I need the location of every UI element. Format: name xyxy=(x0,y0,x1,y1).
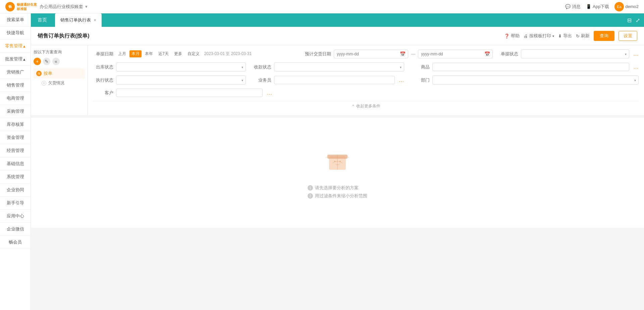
main-layout: 搜索菜单 快捷导航 零售管理 ▴ 批发管理 ▴ 营销推广 销售管理 电商管理 采… xyxy=(0,13,644,310)
exec-status-select[interactable] xyxy=(116,75,246,85)
refresh-button[interactable]: ↻ 刷新 xyxy=(576,33,590,39)
sidebar-item-operation[interactable]: 经营管理 xyxy=(0,144,31,157)
sidebar-item-basic[interactable]: 基础信息 xyxy=(0,157,31,170)
tab-minimize-icon[interactable]: ⊟ xyxy=(626,16,633,25)
sidebar-item-apps[interactable]: 应用中心 xyxy=(0,210,31,223)
receipt-status-select-wrapper: ▾ xyxy=(274,62,404,71)
expected-date-end-wrap: 📅 xyxy=(418,50,492,58)
plan-item-by-order[interactable]: 按 按单 xyxy=(34,68,85,79)
date-tab-last-month[interactable]: 上月 xyxy=(116,50,128,57)
message-button[interactable]: 💬 消息 xyxy=(565,4,581,10)
date-tab-custom[interactable]: 自定义 xyxy=(185,50,202,57)
nav-title-area: 办公用品行业模拟账套 ▾ xyxy=(40,4,88,10)
tab-home[interactable]: 首页 xyxy=(31,13,54,27)
sidebar-item-wechat[interactable]: 企业微信 xyxy=(0,223,31,236)
plan-item-shortage[interactable]: ○ 欠货情况 xyxy=(34,79,85,88)
dept-field: 部门 ▾ xyxy=(410,75,639,85)
customer-label: 客户 xyxy=(93,90,113,96)
date-range-text: 2023-03-01 至 2023-03-31 xyxy=(204,51,252,57)
expected-date-start-wrap: 📅 xyxy=(334,50,408,58)
sidebar-item-enterprise[interactable]: 企业协同 xyxy=(0,184,31,197)
sidebar-item-search[interactable]: 搜索菜单 xyxy=(0,13,31,27)
svg-point-3 xyxy=(334,161,335,162)
help-button[interactable]: ❓ 帮助 xyxy=(504,33,520,39)
salesman-input[interactable] xyxy=(274,76,394,84)
empty-tips: 1 请先选择要分析的方案 2 用过滤条件来缩小分析范围 xyxy=(308,185,367,201)
sidebar-item-member[interactable]: 畅会员 xyxy=(0,236,31,249)
sidebar-item-retail[interactable]: 零售管理 ▴ xyxy=(0,40,31,53)
customer-more-icon[interactable]: … xyxy=(267,90,272,96)
refresh-icon: ↻ xyxy=(576,34,580,39)
sidebar-item-quicknav[interactable]: 快捷导航 xyxy=(0,27,31,40)
tip-2-num: 2 xyxy=(308,193,313,199)
sidebar-item-system[interactable]: 系统管理 xyxy=(0,170,31,184)
filter-row-4: 客户 … xyxy=(93,89,639,97)
plan-icon: 按 xyxy=(36,71,42,76)
expected-date-label: 预计交货日期 xyxy=(305,51,331,57)
message-icon: 💬 xyxy=(565,4,571,9)
print-button[interactable]: 🖨 按模板打印 ▾ xyxy=(524,33,554,39)
dept-select[interactable] xyxy=(432,75,639,85)
add-plan-button[interactable]: + xyxy=(34,58,41,65)
settings-button[interactable]: 设置 xyxy=(619,31,637,41)
dept-label: 部门 xyxy=(410,77,430,83)
sidebar-item-purchase[interactable]: 采购管理 xyxy=(0,105,31,118)
chevron-up-icon: ▴ xyxy=(23,57,25,62)
tab-close-icon[interactable]: × xyxy=(94,17,96,23)
export-icon: ⬇ xyxy=(558,34,562,39)
status-more-icon[interactable]: … xyxy=(633,51,639,57)
sidebar-item-marketing[interactable]: 营销推广 xyxy=(0,66,31,79)
tab-active[interactable]: 销售订单执行表 × xyxy=(55,13,102,27)
collapse-plan-button[interactable]: « xyxy=(52,58,60,65)
nav-arrow-icon[interactable]: ▾ xyxy=(85,4,88,9)
sidebar-item-inventory[interactable]: 库存核算 xyxy=(0,118,31,131)
date-tab-this-year[interactable]: 本年 xyxy=(143,50,155,57)
sidebar-item-wholesale[interactable]: 批发管理 ▴ xyxy=(0,53,31,66)
receipt-status-select[interactable] xyxy=(274,62,404,71)
out-status-label: 出库状态 xyxy=(93,64,113,70)
out-status-select[interactable] xyxy=(116,62,246,71)
print-arrow-icon: ▾ xyxy=(552,34,554,38)
goods-label: 商品 xyxy=(410,64,430,70)
salesman-field: 业务员 … xyxy=(251,76,404,84)
date-tab-this-month[interactable]: 本月 xyxy=(129,50,142,57)
sidebar-item-sales[interactable]: 销售管理 xyxy=(0,79,31,92)
logo-text: 畅捷通好生意标准版 xyxy=(17,2,37,11)
search-button[interactable]: 查询 xyxy=(594,31,614,41)
goods-more-icon[interactable]: … xyxy=(633,64,639,70)
header-right: 💬 消息 📱 App下载 Ea demo2 xyxy=(565,2,639,11)
status-select[interactable] xyxy=(521,49,629,58)
out-status-field: 出库状态 ▾ xyxy=(93,62,246,71)
date-tab-7days[interactable]: 近7天 xyxy=(156,50,171,57)
app-download-button[interactable]: 📱 App下载 xyxy=(586,4,609,10)
tab-bar-right: ⊟ ⤢ xyxy=(626,16,644,25)
collapse-bar[interactable]: ⌃ 收起更多条件 xyxy=(93,101,639,111)
sidebar-item-ecommerce[interactable]: 电商管理 xyxy=(0,92,31,105)
filter-sidebar-actions: + ✎ « xyxy=(34,58,85,65)
filter-sidebar: 按以下方案查询 + ✎ « 按 xyxy=(31,45,88,115)
tip-2: 2 用过滤条件来缩小分析范围 xyxy=(308,193,367,199)
tip-1: 1 请先选择要分析的方案 xyxy=(308,185,367,191)
tab-maximize-icon[interactable]: ⤢ xyxy=(634,16,641,25)
goods-input[interactable] xyxy=(432,63,629,71)
expected-date-end-input[interactable] xyxy=(418,50,492,58)
expected-date-field: 预计交货日期 📅 — 📅 xyxy=(305,50,492,58)
status-field: 单据状态 ▾ … xyxy=(498,49,639,58)
date-tab-more[interactable]: 更多 xyxy=(172,50,184,57)
expected-date-start-input[interactable] xyxy=(334,50,408,58)
avatar: Ea xyxy=(614,2,624,11)
salesman-more-icon[interactable]: … xyxy=(399,77,404,83)
export-button[interactable]: ⬇ 导出 xyxy=(558,33,572,39)
status-select-wrapper: ▾ xyxy=(521,49,629,58)
user-area[interactable]: Ea demo2 xyxy=(614,2,639,11)
date-separator: — xyxy=(411,51,415,56)
download-icon: 📱 xyxy=(586,4,591,9)
sidebar-item-guide[interactable]: 新手引导 xyxy=(0,197,31,210)
edit-plan-button[interactable]: ✎ xyxy=(43,58,50,65)
customer-input[interactable] xyxy=(116,89,263,97)
exec-status-field: 执行状态 ▾ xyxy=(93,75,246,85)
empty-illustration xyxy=(321,145,354,178)
goods-field: 商品 … xyxy=(410,63,639,71)
customer-field: 客户 … xyxy=(93,89,272,97)
sidebar-item-finance[interactable]: 资金管理 xyxy=(0,131,31,144)
